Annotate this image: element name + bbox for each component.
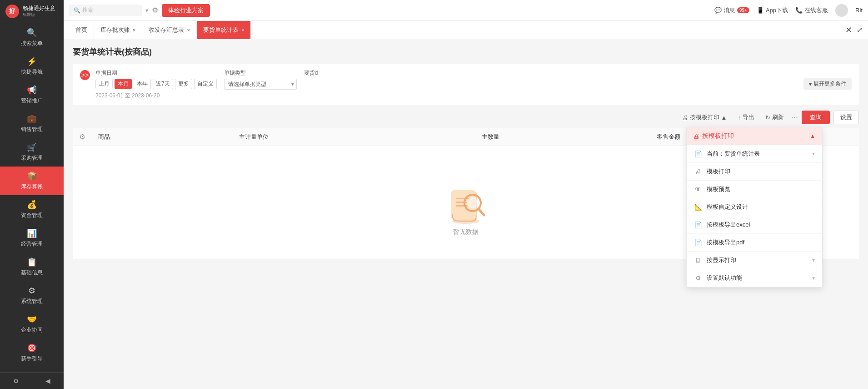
date-btn-custom[interactable]: 自定义	[194, 79, 217, 89]
sidebar-item-label: 库存算账	[21, 183, 43, 191]
app-download-item[interactable]: 📱 App下载	[757, 6, 788, 15]
settings-bottom-icon[interactable]: ⚙	[13, 377, 19, 384]
tab-order-stats-close[interactable]: ×	[241, 27, 244, 33]
sidebar-item-enterprise[interactable]: 🤝 企业协同	[0, 310, 64, 338]
sidebar-item-label: 企业协同	[21, 326, 43, 334]
template-print-item[interactable]: 🖨 模板打印	[687, 163, 822, 181]
export-button[interactable]: ↑ 导出	[734, 111, 758, 123]
message-item[interactable]: 💬 消息 99+	[714, 6, 749, 15]
purchase-icon: 🛒	[27, 142, 37, 152]
template-preview-label: 模板预览	[707, 185, 730, 193]
display-print-section[interactable]: 🖥 按显示打印 ▾	[687, 252, 822, 269]
tab-order-stats[interactable]: 要货单统计表 ×	[197, 21, 251, 39]
order-type-label: 单据类型	[224, 69, 297, 77]
template-preview-icon: 👁	[694, 186, 702, 193]
sidebar-item-marketing[interactable]: 📢 营销推广	[0, 81, 64, 109]
date-btn-more[interactable]: 更多	[175, 79, 192, 89]
operations-icon: 📊	[27, 228, 37, 238]
customer-service-item[interactable]: 📞 在线客服	[795, 6, 828, 15]
sidebar-item-purchase[interactable]: 🛒 采购管理	[0, 138, 64, 167]
tab-receivables-summary[interactable]: 收发存汇总表 ×	[142, 21, 196, 39]
date-btn-last-month[interactable]: 上月	[95, 79, 113, 89]
sidebar-item-label: 快捷导航	[21, 68, 43, 76]
user-avatar[interactable]	[835, 4, 848, 17]
printer-icon: 🖨	[693, 132, 699, 140]
date-range-text: 2023-06-01 至 2023-06-30	[95, 92, 217, 100]
inventory-icon: 📦	[27, 171, 37, 181]
set-default-section[interactable]: ⚙ 设置默认功能 ▾	[687, 269, 822, 287]
display-print-chevron: ▾	[812, 257, 815, 263]
sidebar-item-finance[interactable]: 💰 资金管理	[0, 195, 64, 224]
refresh-icon: ↻	[765, 114, 770, 121]
set-default-icon: ⚙	[694, 274, 702, 282]
tab-receivables-close[interactable]: ×	[187, 27, 190, 33]
settings-button[interactable]: 设置	[833, 111, 859, 124]
template-export-excel-item[interactable]: 📄 按模板导出excel	[687, 216, 822, 234]
sidebar-item-quick-nav[interactable]: ⚡ 快捷导航	[0, 52, 64, 81]
date-btn-this-year[interactable]: 本年	[134, 79, 151, 89]
date-btn-7days[interactable]: 近7天	[153, 79, 173, 89]
tabs-expand-icon[interactable]: ⤢	[857, 25, 863, 34]
trial-button[interactable]: 体验行业方案	[162, 4, 210, 17]
topbar-gear-icon[interactable]: ⚙	[152, 6, 158, 15]
finance-icon: 💰	[27, 200, 37, 210]
topbar-search[interactable]: 🔍 搜索	[69, 5, 142, 16]
more-actions-button[interactable]: ···	[791, 113, 798, 122]
message-icon: 💬	[714, 7, 722, 14]
app-name: 畅捷通好生意	[23, 5, 55, 12]
guide-icon: 🎯	[27, 343, 37, 353]
template-export-pdf-label: 按模板导出pdf	[707, 238, 744, 247]
filter-expand-button[interactable]: >>	[80, 70, 90, 80]
sidebar-item-guide[interactable]: 🎯 新手引导	[0, 338, 64, 367]
order-type-select[interactable]: 请选择单据类型	[224, 79, 297, 90]
tabs-bar: 首页 库存批次账 × 收发存汇总表 × 要货单统计表 × ✕ ⤢	[64, 21, 868, 39]
template-export-pdf-icon: 📄	[694, 239, 702, 246]
app-badge: 标准版	[23, 12, 55, 18]
current-template-left: 📄 当前：要货单统计表	[694, 150, 760, 158]
sidebar-item-search[interactable]: 🔍 搜索菜单	[0, 23, 64, 52]
filter-bar: >> 单据日期 上月 本月 本年 近7天 更多 自定义 2023-06-01 至…	[73, 64, 859, 105]
current-template-section[interactable]: 📄 当前：要货单统计表 ▾	[687, 145, 822, 163]
table-header-settings: ⚙	[73, 128, 92, 146]
logo-icon: 好	[5, 5, 19, 18]
export-label: 导出	[743, 113, 754, 121]
tab-home[interactable]: 首页	[69, 21, 94, 39]
print-button[interactable]: 🖨 按模板打印 ▲	[678, 111, 731, 123]
print-dropdown: 🖨 按模板打印 ▲ 📄 当前：要货单统计表 ▾ 🖨	[686, 127, 823, 288]
sales-icon: 💼	[27, 114, 37, 124]
customer-service-label: 在线客服	[804, 6, 828, 15]
sidebar-item-app-center[interactable]: 📱 应用中心	[0, 367, 64, 372]
template-custom-label: 模板自定义设计	[707, 203, 748, 211]
current-template-label: 当前：要货单统计表	[707, 150, 760, 158]
template-export-pdf-item[interactable]: 📄 按模板导出pdf	[687, 234, 822, 252]
date-btn-this-month[interactable]: 本月	[115, 79, 132, 89]
refresh-label: 刷新	[772, 113, 784, 121]
main-area: 🔍 搜索 ▾ ⚙ 体验行业方案 💬 消息 99+ 📱 App下载 📞 在线客服 …	[64, 0, 868, 389]
sidebar-item-sales[interactable]: 💼 销售管理	[0, 109, 64, 138]
tabs-close-icon[interactable]: ✕	[845, 25, 852, 35]
template-custom-item[interactable]: 📐 模板自定义设计	[687, 198, 822, 216]
goods-label: 要货d	[304, 69, 318, 77]
sidebar-item-label: 资金管理	[21, 212, 43, 219]
search-placeholder: 搜索	[82, 6, 93, 14]
sidebar-item-basic-info[interactable]: 📋 基础信息	[0, 253, 64, 281]
topbar: 🔍 搜索 ▾ ⚙ 体验行业方案 💬 消息 99+ 📱 App下载 📞 在线客服 …	[64, 0, 868, 21]
tab-inventory-batch[interactable]: 库存批次账 ×	[94, 21, 142, 39]
query-button[interactable]: 查询	[802, 111, 830, 124]
user-name[interactable]: Rit	[855, 7, 863, 14]
expand-more-button[interactable]: ▾ 展开更多条件	[803, 78, 852, 90]
collapse-icon[interactable]: ◀	[45, 377, 50, 384]
marketing-icon: 📢	[27, 85, 37, 95]
topbar-chevron-icon[interactable]: ▾	[145, 7, 148, 14]
date-buttons: 上月 本月 本年 近7天 更多 自定义	[95, 79, 217, 89]
tab-inventory-batch-close[interactable]: ×	[133, 27, 135, 33]
sidebar-item-inventory[interactable]: 📦 库存算账	[0, 167, 64, 195]
sidebar-item-operations[interactable]: 📊 经营管理	[0, 224, 64, 253]
tab-receivables-label: 收发存汇总表	[149, 26, 184, 34]
refresh-button[interactable]: ↻ 刷新	[762, 111, 788, 123]
sidebar-item-system[interactable]: ⚙ 系统管理	[0, 281, 64, 310]
template-preview-item[interactable]: 👁 模板预览	[687, 181, 822, 198]
column-settings-icon[interactable]: ⚙	[79, 133, 85, 141]
sidebar-nav: 🔍 搜索菜单 ⚡ 快捷导航 📢 营销推广 💼 销售管理 🛒 采购管理 📦 库存算…	[0, 23, 64, 372]
print-dropdown-collapse-button[interactable]: ▲	[809, 132, 816, 140]
